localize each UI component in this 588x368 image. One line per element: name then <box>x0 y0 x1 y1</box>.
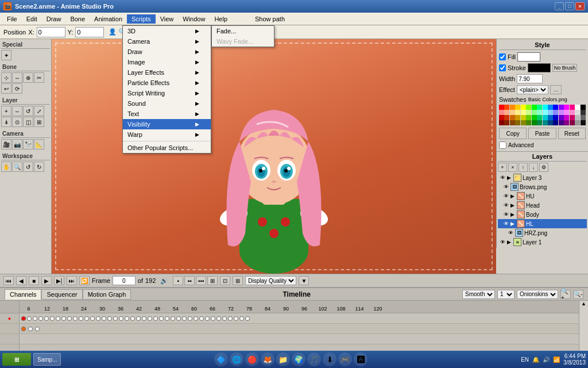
taskbar-icon-7[interactable]: 🎵 <box>307 352 321 366</box>
display-quality-select[interactable]: Display Quality <box>245 276 296 285</box>
onionskins-select[interactable]: Onionskins <box>517 290 558 299</box>
keyframe-dot[interactable] <box>234 316 238 321</box>
keyframe-dot[interactable] <box>142 316 146 321</box>
swatch[interactable] <box>526 115 531 120</box>
taskbar-icon-8[interactable]: ⬇ <box>323 352 336 366</box>
layer-expand-icon[interactable]: ▶ <box>510 202 514 208</box>
swatch[interactable] <box>575 115 580 120</box>
width-input[interactable] <box>517 74 543 83</box>
tool-camera-2[interactable]: 📷 <box>12 139 22 150</box>
swatch[interactable] <box>559 105 564 110</box>
play-button[interactable]: ▶ <box>41 276 52 285</box>
keyframe-dot[interactable] <box>73 316 78 321</box>
swatch[interactable] <box>543 120 548 125</box>
zoom-in-button[interactable]: 🔍+ <box>560 290 571 299</box>
menu-scripts[interactable]: Scripts <box>127 14 156 24</box>
swatch[interactable] <box>537 110 542 115</box>
swatch[interactable] <box>510 105 515 110</box>
swatch[interactable] <box>499 115 504 120</box>
keyframe-dot[interactable] <box>96 316 100 321</box>
swatch[interactable] <box>553 105 558 110</box>
tool-camera-1[interactable]: 🎥 <box>1 139 11 150</box>
keyframe-dot[interactable] <box>194 316 198 321</box>
swatch[interactable] <box>504 105 509 110</box>
menu-animation[interactable]: Animation <box>90 14 127 24</box>
keyframe-dot[interactable] <box>56 316 60 321</box>
swatch[interactable] <box>537 105 542 110</box>
swatch[interactable] <box>515 110 520 115</box>
layer-options-button[interactable]: ⚙ <box>539 163 548 172</box>
swatch[interactable] <box>510 115 515 120</box>
layer-expand-icon[interactable]: ▶ <box>510 221 514 227</box>
y-input[interactable] <box>75 27 104 37</box>
swatch[interactable] <box>581 120 586 125</box>
swatch[interactable] <box>510 120 515 125</box>
swatch[interactable] <box>532 110 537 115</box>
frame-input[interactable] <box>113 276 136 285</box>
swatch[interactable] <box>548 105 553 110</box>
no-brush-button[interactable]: No Brush <box>552 64 578 72</box>
keyframe-dot[interactable] <box>67 316 72 321</box>
swatch[interactable] <box>581 115 586 120</box>
layer-expand-icon[interactable]: ▶ <box>507 239 511 245</box>
close-button[interactable]: × <box>575 2 585 10</box>
tool-ws-4[interactable]: ↻ <box>34 162 44 172</box>
x-input[interactable] <box>37 27 65 37</box>
swatch[interactable] <box>564 120 569 125</box>
keyframe-dot[interactable] <box>50 316 55 321</box>
keyframe-dot[interactable] <box>165 316 169 321</box>
swatch[interactable] <box>526 110 531 115</box>
tool-layer-5[interactable]: ↡ <box>1 117 11 127</box>
layer-row[interactable]: 👁 ▶ 🦴 Body <box>498 210 587 219</box>
swatch[interactable] <box>543 115 548 120</box>
swatch-red[interactable] <box>499 105 504 110</box>
tool-layer-8[interactable]: ⊞ <box>34 117 44 127</box>
menu-3d[interactable]: 3D ▶ <box>123 26 211 36</box>
layer-row[interactable]: 👁 ▶ 🦴 Head <box>498 201 587 210</box>
tool-special-1[interactable]: ✦ <box>1 50 11 60</box>
menu-other-scripts[interactable]: Other Popular Scripts... <box>123 143 211 153</box>
keyframe-dot[interactable] <box>159 316 164 321</box>
menu-fade[interactable]: Fade... <box>212 26 274 36</box>
layer-expand-icon[interactable]: ▶ <box>507 175 511 181</box>
taskbar-icon-2[interactable]: 🌐 <box>230 352 243 366</box>
swatch[interactable] <box>581 110 586 115</box>
next-frame-button[interactable]: ▶| <box>54 276 64 285</box>
keyframe-dot[interactable] <box>171 316 175 321</box>
keyframe-dot[interactable] <box>239 316 244 321</box>
keyframe-dot[interactable] <box>35 327 40 331</box>
menu-wavy-fade[interactable]: Wavy Fade... <box>212 36 274 47</box>
keyframe-dot[interactable] <box>28 327 33 331</box>
keyframe-dot[interactable] <box>222 316 227 321</box>
tool-bone-3[interactable]: ⊕ <box>23 72 33 83</box>
swatch[interactable] <box>526 105 531 110</box>
keyframe-dot[interactable] <box>188 316 192 321</box>
swatch[interactable] <box>532 105 537 110</box>
tab-channels[interactable]: Channels <box>5 289 41 300</box>
layer-row[interactable]: 👁 ▶ 🦴 HU <box>498 191 587 201</box>
layer-expand-icon[interactable]: ▶ <box>510 193 514 199</box>
speed-select[interactable]: 1 <box>497 290 514 299</box>
swatch[interactable] <box>553 110 558 115</box>
swatch[interactable] <box>575 110 580 115</box>
layer-down-button[interactable]: ↓ <box>529 163 538 172</box>
timeline-scrollbar[interactable]: ▲ ▼ <box>579 301 588 357</box>
prev-frame-button[interactable]: ◀ <box>16 276 26 285</box>
swatch[interactable] <box>575 120 580 125</box>
swatch[interactable] <box>504 115 509 120</box>
swatch[interactable] <box>504 110 509 115</box>
keyframe-dot[interactable] <box>38 316 43 321</box>
tool-bone-6[interactable]: ⟳ <box>12 83 22 94</box>
menu-window[interactable]: Window <box>178 14 210 24</box>
effect-edit-button[interactable]: … <box>550 85 562 94</box>
swatch[interactable] <box>548 110 553 115</box>
fill-color[interactable] <box>517 52 540 62</box>
menu-bone[interactable]: Bone <box>65 14 90 24</box>
keyframe-dot[interactable] <box>148 316 152 321</box>
keyframe-dot[interactable] <box>182 316 187 321</box>
keyframe-dot[interactable] <box>205 316 210 321</box>
menu-warp[interactable]: Warp ▶ <box>123 129 211 140</box>
loop-button[interactable]: 🔁 <box>79 276 90 285</box>
taskbar-app-window[interactable]: Samp... <box>33 353 61 366</box>
layer-add-button[interactable]: + <box>498 163 507 172</box>
